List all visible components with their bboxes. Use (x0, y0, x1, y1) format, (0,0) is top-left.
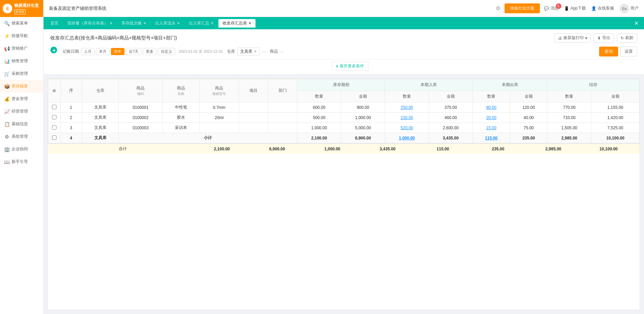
online-service-item[interactable]: 👤 在线客服 (591, 5, 614, 11)
tab-4[interactable]: 出入库汇总✕ (185, 19, 218, 28)
date-buttons: 上月本月本年近7天更多自定义 (81, 48, 175, 55)
tab-3[interactable]: 出入库流水✕ (151, 19, 184, 28)
tab-close-2[interactable]: ✕ (143, 21, 146, 26)
goods-filter: 商品 ··· (270, 49, 284, 54)
subtotal-in-amt: 3,435.00 (429, 133, 473, 143)
row-warehouse-0: 文具库 (82, 102, 119, 113)
expand-button[interactable]: ▾ 展开更多条件 (332, 62, 368, 71)
table-row: 1 文具库 0100001 中性笔 0.7mm 600.00 900.00 25… (48, 102, 640, 113)
warehouse-more-icon[interactable]: ··· (262, 49, 266, 54)
footer-opening-amt: 6,900.00 (249, 147, 304, 151)
tab-0[interactable]: 首页 (46, 19, 63, 28)
print-button[interactable]: 🖨 换算版打印 ▾ (554, 33, 591, 43)
col-group-balance: 结存 (547, 79, 640, 91)
row-checkbox-0[interactable] (48, 102, 61, 113)
sidebar-item-purchase[interactable]: 🛒采购管理 (0, 67, 43, 80)
row-in-qty-0[interactable]: 250.00 (385, 102, 429, 113)
topbar-settings-icon[interactable]: ⚙ (496, 5, 500, 12)
sidebar-item-inventory[interactable]: 📦库存核算 (0, 80, 43, 93)
tab-close-1[interactable]: ✕ (110, 21, 113, 26)
col-settings[interactable]: ⚙ (48, 79, 61, 102)
tab-close-3[interactable]: ✕ (177, 21, 180, 26)
sidebar-item-sales[interactable]: 📊销售管理 (0, 55, 43, 67)
col-balance-amt: 金额 (591, 91, 640, 102)
settings-button[interactable]: 设置 (620, 47, 637, 56)
app-download-item[interactable]: 📱 App下载 (564, 5, 586, 11)
tab-close-5[interactable]: ✕ (248, 21, 251, 26)
col-opening-qty: 数量 (297, 91, 341, 102)
export-icon: ⬇ (597, 36, 601, 40)
row-product-code-0: 0100001 (119, 102, 163, 113)
search-button[interactable]: 查询 (599, 47, 618, 56)
date-btn-更多[interactable]: 更多 (143, 48, 156, 55)
chevron-down-icon: ▾ (585, 36, 587, 40)
row-product-spec-2 (199, 123, 239, 133)
sidebar-item-finance[interactable]: 💰资金管理 (0, 93, 43, 105)
col-in-amt: 金额 (429, 91, 473, 102)
system-icon: ⚙ (4, 134, 10, 139)
row-no-2: 3 (61, 123, 82, 133)
sidebar-item-basic[interactable]: 📋基础信息 (0, 118, 43, 130)
subtotal-checkbox[interactable] (48, 133, 61, 143)
row-project-0 (239, 102, 268, 113)
trial-button[interactable]: 体验行业方案 (505, 3, 540, 13)
goods-more-icon[interactable]: ··· (280, 49, 284, 54)
warehouse-filter: 仓库 文具库 ✕ ··· (227, 48, 266, 55)
row-out-qty-1[interactable]: 20.00 (473, 113, 510, 123)
row-no-0: 1 (61, 102, 82, 113)
row-balance-qty-1: 710.00 (547, 113, 591, 123)
message-badge: 6 (556, 3, 561, 9)
sidebar-label-search: 搜索菜单 (12, 20, 28, 26)
user-item[interactable]: Ea 用户 (620, 4, 639, 13)
tab-label-2: 库存批次账 (121, 20, 142, 26)
app-name: 畅捷通好生意 (14, 3, 39, 9)
main-content: 装备及固定资产辅助管理系统 ⚙ 体验行业方案 💬 消息 6 📱 App下载 👤 … (44, 0, 644, 314)
date-btn-上月[interactable]: 上月 (81, 48, 95, 55)
col-project: 项目 (239, 79, 268, 102)
sidebar-item-guide[interactable]: 📖新手引导 (0, 155, 43, 168)
export-button[interactable]: ⬇ 导出 (594, 33, 614, 43)
app-tag: 标准版 (14, 9, 26, 14)
tab-2[interactable]: 库存批次账✕ (117, 19, 150, 28)
tab-1[interactable]: 现存量（库存分布表）✕ (63, 19, 117, 28)
row-out-qty-0[interactable]: 80.00 (473, 102, 510, 113)
tab-5[interactable]: 收发存汇总表✕ (218, 19, 255, 28)
sidebar-item-operations[interactable]: 📈经营管理 (0, 105, 43, 118)
sidebar-item-search[interactable]: 🔍搜索菜单 (0, 17, 43, 30)
close-all-tabs-icon[interactable]: ✕ (631, 20, 641, 27)
collapse-button[interactable]: ◀ (50, 47, 57, 53)
refresh-button[interactable]: ↻ 刷新 (617, 33, 637, 43)
sidebar-item-system[interactable]: ⚙系统管理 (0, 130, 43, 143)
subtotal-in-qty[interactable]: 1,000.00 (385, 133, 429, 143)
page-header: 收发存汇总表(按仓库+商品编码+商品+规格型号+项目+部门) 🖨 换算版打印 ▾… (44, 29, 644, 75)
row-out-amt-2: 75.00 (510, 123, 547, 133)
page-title-actions: 🖨 换算版打印 ▾ ⬇ 导出 ↻ 刷新 (554, 33, 637, 43)
subtotal-out-amt: 235.00 (510, 133, 547, 143)
message-item[interactable]: 💬 消息 6 (544, 5, 559, 11)
col-in-qty: 数量 (385, 91, 429, 102)
footer-balance-qty: 2,985.00 (526, 147, 581, 151)
sidebar-item-quick-nav[interactable]: ⚡快捷导航 (0, 30, 43, 42)
app-download-label: App下载 (571, 5, 586, 11)
row-out-qty-2[interactable]: 15.00 (473, 123, 510, 133)
row-checkbox-1[interactable] (48, 113, 61, 123)
enterprise-icon: 🏢 (4, 147, 10, 152)
subtotal-out-qty[interactable]: 115.00 (473, 133, 510, 143)
sidebar-label-basic: 基础信息 (12, 121, 28, 127)
tab-close-4[interactable]: ✕ (211, 21, 214, 26)
row-opening-qty-1: 500.00 (297, 113, 341, 123)
row-in-qty-2[interactable]: 520.00 (385, 123, 429, 133)
service-icon: 👤 (591, 6, 596, 11)
row-in-amt-0: 375.00 (429, 102, 473, 113)
row-checkbox-2[interactable] (48, 123, 61, 133)
date-btn-近7天[interactable]: 近7天 (126, 48, 142, 55)
row-in-qty-1[interactable]: 230.00 (385, 113, 429, 123)
date-btn-本年[interactable]: 本年 (111, 48, 125, 55)
subtotal-label: 小计 (119, 133, 297, 143)
refresh-icon: ↻ (621, 36, 624, 40)
warehouse-tag-close-icon[interactable]: ✕ (254, 49, 257, 54)
sidebar-item-marketing[interactable]: 📢营销推广 (0, 42, 43, 55)
date-btn-自定义[interactable]: 自定义 (158, 48, 175, 55)
sidebar-item-enterprise[interactable]: 🏢企业协同 (0, 143, 43, 155)
date-btn-本月[interactable]: 本月 (96, 48, 110, 55)
